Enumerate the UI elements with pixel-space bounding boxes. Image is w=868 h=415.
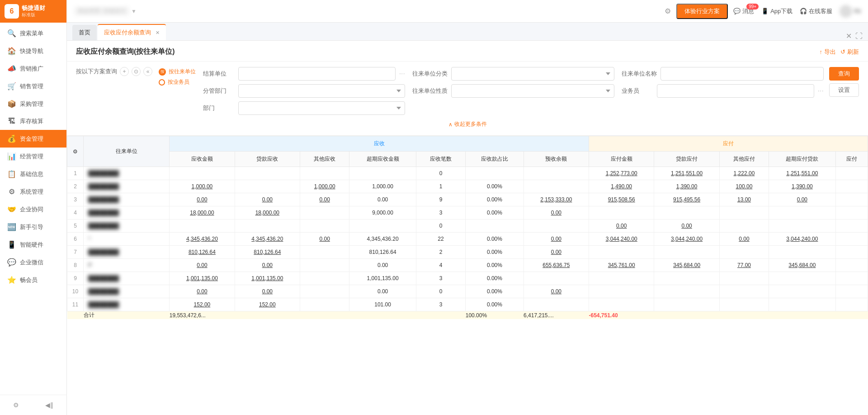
export-button[interactable]: ↑ 导出 <box>820 48 836 56</box>
sidebar-item-marketing[interactable]: 📣营销推广 <box>0 60 66 77</box>
tabbar-expand-btn[interactable]: ⛶ <box>855 32 863 40</box>
unit-name-input[interactable] <box>660 67 824 81</box>
table-cell[interactable]: 345,761.00 <box>589 259 654 272</box>
table-cell[interactable]: 0.00 <box>235 193 300 206</box>
tabbar-close-btn[interactable]: ✕ <box>846 32 852 40</box>
dept-select[interactable] <box>238 84 405 98</box>
sidebar-item-finance[interactable]: 💰资金管理 <box>0 130 66 148</box>
online-service-button[interactable]: 🎧 在线客服 <box>800 7 832 15</box>
table-cell[interactable]: 0.00 <box>524 285 589 298</box>
table-cell[interactable]: 0.00 <box>235 259 300 272</box>
table-cell[interactable]: 0.00 <box>524 206 589 219</box>
table-cell[interactable]: 1,222.00 <box>719 167 769 180</box>
sidebar-item-member[interactable]: ⭐畅会员 <box>0 271 66 289</box>
table-cell[interactable]: 345,684.00 <box>769 259 835 272</box>
table-cell[interactable]: 1,252,773.00 <box>589 167 654 180</box>
table-cell[interactable]: 3,044,240.00 <box>769 233 835 246</box>
table-cell[interactable]: 1,390.00 <box>654 180 719 193</box>
sidebar-collapse-btn[interactable]: ◀‖ <box>42 400 57 410</box>
table-cell[interactable]: 0.00 <box>235 285 300 298</box>
table-cell[interactable]: 152.00 <box>170 298 235 311</box>
filter-config-btn[interactable]: ⊙ <box>132 67 141 76</box>
sidebar-item-inventory[interactable]: 🏗库存核算 <box>0 113 66 130</box>
tab-close-icon[interactable]: ✕ <box>156 30 160 35</box>
table-cell[interactable]: 152.00 <box>235 298 300 311</box>
table-cell[interactable]: 0.00 <box>719 233 769 246</box>
table-cell[interactable]: 1,251,551.00 <box>654 167 719 180</box>
sidebar-item-guide[interactable]: 🆕新手引导 <box>0 218 66 236</box>
table-cell[interactable]: 0.00 <box>170 285 235 298</box>
user-menu[interactable]: Rit <box>840 5 861 18</box>
table-cell[interactable]: 655,636.75 <box>524 259 589 272</box>
refresh-button[interactable]: ↺ 刷新 <box>840 48 859 56</box>
sidebar-item-sales[interactable]: 🛒销售管理 <box>0 77 66 95</box>
footer-prepay[interactable]: 6,417,215.... <box>524 311 589 320</box>
footer-ar-amount[interactable]: 19,553,472,6... <box>170 311 235 320</box>
table-cell[interactable]: 1,001,135.00 <box>235 272 300 285</box>
sub-dept-select[interactable] <box>238 101 405 115</box>
settlement-dots-icon[interactable]: ··· <box>399 70 405 78</box>
table-cell[interactable]: 345,684.00 <box>654 259 719 272</box>
salesperson-input[interactable] <box>657 84 814 98</box>
table-cell[interactable]: 0.00 <box>589 219 654 233</box>
table-cell[interactable]: 4,345,436.20 <box>235 233 300 246</box>
sidebar-item-collab[interactable]: 🤝企业协同 <box>0 200 66 218</box>
tab-home[interactable]: 首页 <box>72 25 97 40</box>
table-cell[interactable]: 810,126.64 <box>235 246 300 259</box>
table-cell[interactable]: 1,000.00 <box>300 180 349 193</box>
unit-nature-select[interactable] <box>451 84 614 98</box>
sidebar-item-system[interactable]: ⚙系统管理 <box>0 183 66 200</box>
table-cell[interactable]: 0.00 <box>769 193 835 206</box>
filter-add-btn[interactable]: + <box>120 67 129 76</box>
sidebar-item-basic[interactable]: 📋基础信息 <box>0 165 66 183</box>
table-cell[interactable]: 100.00 <box>719 180 769 193</box>
table-cell[interactable]: 0.00 <box>300 233 349 246</box>
table-cell[interactable]: 1,000.00 <box>170 180 235 193</box>
unit-category-select[interactable] <box>451 67 614 81</box>
sidebar-settings-btn[interactable]: ⚙ <box>9 400 23 410</box>
table-cell[interactable]: 915,495.56 <box>654 193 719 206</box>
settings-button[interactable]: 设置 <box>829 83 859 97</box>
table-cell[interactable]: 4,345,436.20 <box>170 233 235 246</box>
tab-ar-ap[interactable]: 应收应付余额查询 ✕ <box>98 24 166 40</box>
footer-ap-amount: -654,751.40 <box>589 311 654 320</box>
messages-button[interactable]: 💬 消息 99+ <box>733 7 754 15</box>
table-cell[interactable]: 1,490.00 <box>589 180 654 193</box>
filter-collapse-btn[interactable]: « <box>143 67 152 76</box>
schema-by-unit[interactable]: 按 按往来单位 <box>157 67 198 76</box>
table-cell[interactable]: 77.00 <box>719 259 769 272</box>
table-cell[interactable]: 1,251,551.00 <box>769 167 835 180</box>
table-cell[interactable]: 0.00 <box>524 246 589 259</box>
table-cell[interactable]: 1,390.00 <box>769 180 835 193</box>
table-cell[interactable]: 0.00 <box>170 193 235 206</box>
sidebar-item-purchase[interactable]: 📦采购管理 <box>0 95 66 113</box>
sidebar-item-search[interactable]: 🔍搜索菜单 <box>0 24 66 42</box>
table-cell[interactable]: 0.00 <box>654 219 719 233</box>
table-cell[interactable]: 13.00 <box>719 193 769 206</box>
sidebar-item-wechat[interactable]: 💬企业微信 <box>0 253 66 271</box>
table-cell[interactable]: 0.00 <box>524 233 589 246</box>
sidebar-item-operation[interactable]: 📊经营管理 <box>0 148 66 165</box>
table-cell[interactable]: 18,000.00 <box>235 206 300 219</box>
table-settings-col[interactable]: ⚙ <box>67 136 84 167</box>
query-button[interactable]: 查询 <box>829 67 859 81</box>
table-cell[interactable]: 915,508.56 <box>589 193 654 206</box>
topbar-gear-icon[interactable]: ⚙ <box>665 7 671 15</box>
promo-button[interactable]: 体验行业方案 <box>676 4 728 19</box>
table-cell[interactable]: 18,000.00 <box>170 206 235 219</box>
table-footer: 合计 19,553,472,6... 100.00% 6,417,215....… <box>67 311 868 320</box>
table-cell[interactable]: 0.00 <box>170 259 235 272</box>
table-cell[interactable]: 3,044,240.00 <box>589 233 654 246</box>
filter-collapse-btn[interactable]: ∧ 收起更多条件 <box>76 119 859 130</box>
table-cell[interactable]: 810,126.64 <box>170 246 235 259</box>
table-cell[interactable]: 1,001,135.00 <box>170 272 235 285</box>
sidebar-item-quick[interactable]: 🏠快捷导航 <box>0 42 66 60</box>
settlement-input[interactable] <box>238 67 396 81</box>
sidebar-item-hardware[interactable]: 📱智能硬件 <box>0 236 66 253</box>
salesperson-dots-icon[interactable]: ··· <box>818 87 824 95</box>
schema-by-staff[interactable]: 按业务员 <box>157 77 198 87</box>
table-cell[interactable]: 0.00 <box>300 193 349 206</box>
app-download-button[interactable]: 📱 App下载 <box>761 7 793 15</box>
table-cell[interactable]: 2,153,333.00 <box>524 193 589 206</box>
table-cell[interactable]: 3,044,240.00 <box>654 233 719 246</box>
